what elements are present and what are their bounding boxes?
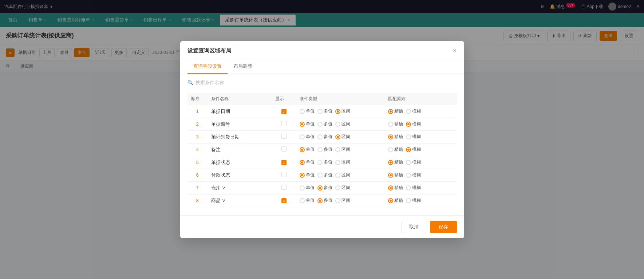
settings-modal: 设置查询区域布局 × 查询字段设置 布局调整 🔍: [180, 41, 464, 73]
modal-title: 设置查询区域布局: [187, 47, 231, 59]
modal-tab-bar: 查询字段设置 布局调整: [180, 59, 464, 73]
modal-header: 设置查询区域布局 ×: [180, 41, 464, 59]
modal-tab-layout[interactable]: 布局调整: [228, 59, 258, 73]
modal-overlay: 设置查询区域布局 × 查询字段设置 布局调整 🔍: [0, 0, 644, 73]
modal-close-btn[interactable]: ×: [453, 47, 457, 59]
modal-tab-query[interactable]: 查询字段设置: [187, 59, 228, 73]
